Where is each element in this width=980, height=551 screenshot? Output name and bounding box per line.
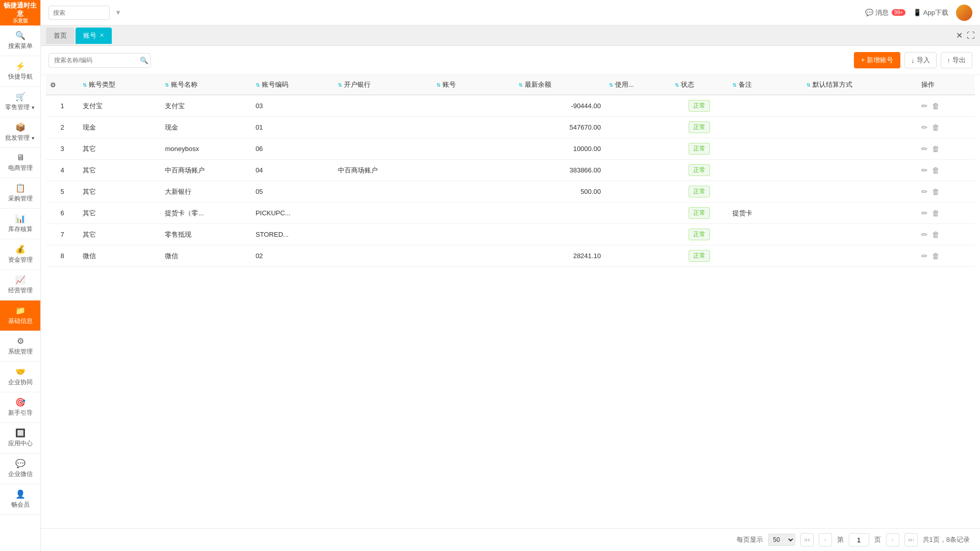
column-header-balance[interactable]: ⇅最新余额 [514,75,605,95]
notification-badge: 99+ [892,9,905,16]
sidebar-item-system[interactable]: ⚙系统管理 [0,331,40,362]
page-size-select[interactable]: 50 100 200 [768,534,795,546]
sort-icon-remark: ⇅ [732,82,737,88]
tab-close-account[interactable]: ✕ [100,32,104,39]
column-header-remark[interactable]: ⇅备注 [728,75,802,95]
row-settlement [802,181,917,203]
edit-icon[interactable]: ✏ [921,102,928,111]
tab-home[interactable]: 首页 [46,28,75,44]
sidebar-item-wholesale[interactable]: 📦批发管理 ▼ [0,117,40,148]
shortcut-icon: ⚡ [3,61,38,71]
row-account [432,95,514,117]
guide-icon: 🎯 [3,397,38,407]
column-header-account[interactable]: ⇅账号 [432,75,514,95]
column-header-name[interactable]: ⇅账号名称 [161,75,251,95]
row-use [605,117,671,138]
import-button[interactable]: ↓ 导入 [904,52,937,68]
edit-icon[interactable]: ✏ [921,166,928,175]
row-type: 现金 [79,117,161,138]
row-balance: 383866.00 [514,160,605,181]
system-icon: ⚙ [3,336,38,346]
sidebar-item-enterprise[interactable]: 🤝企业协同 [0,362,40,392]
sidebar-item-finance[interactable]: 💰资金管理 [0,239,40,270]
search-input[interactable] [49,54,136,67]
enterprise-icon: 🤝 [3,367,38,377]
export-button[interactable]: ↑ 导出 [941,52,973,68]
sidebar-item-guide[interactable]: 🎯新手引导 [0,392,40,423]
first-page-btn[interactable]: ⏮ [800,533,814,546]
sidebar-item-inventory[interactable]: 📊库存核算 [0,209,40,239]
column-header-settlement[interactable]: ⇅默认结算方式 [802,75,917,95]
table-row: 7其它零售抵现STORED...正常 ✏ 🗑 [46,224,975,245]
row-code: 04 [252,160,334,181]
row-num: 1 [46,95,79,117]
column-header-action: 操作 [917,75,975,95]
edit-icon[interactable]: ✏ [921,187,928,196]
table-row: 8微信微信0228241.10正常 ✏ 🗑 [46,245,975,267]
sidebar-item-wechat[interactable]: 💬企业微信 [0,454,40,484]
row-settlement [802,95,917,117]
edit-icon[interactable]: ✏ [921,209,928,218]
tab-bar: 首页账号✕ ✕ ⛶ [41,26,980,46]
row-account [432,245,514,267]
delete-icon[interactable]: 🗑 [932,102,940,110]
page-number-input[interactable] [849,533,869,546]
sidebar: 畅捷通时生意 乐意版 🔍搜索菜单⚡快捷导航🛒零售管理 ▼📦批发管理 ▼🖥电商管理… [0,0,41,551]
row-bank [334,117,432,138]
top-search-chevron[interactable]: ▼ [115,9,121,16]
sidebar-item-search[interactable]: 🔍搜索菜单 [0,26,40,56]
row-num: 6 [46,203,79,224]
app-download-icon: 📱 [913,9,921,16]
column-header-use[interactable]: ⇅使用... [605,75,671,95]
edit-icon[interactable]: ✏ [921,123,928,132]
sidebar-item-member[interactable]: 👤畅会员 [0,484,40,515]
delete-icon[interactable]: 🗑 [932,123,940,132]
pagination: 每页显示 50 100 200 ⏮ ‹ 第 页 › ⏭ 共1页，8条记录 [41,528,980,551]
delete-icon[interactable]: 🗑 [932,144,940,153]
user-avatar[interactable] [956,5,972,21]
delete-icon[interactable]: 🗑 [932,252,940,260]
tab-account[interactable]: 账号✕ [76,28,112,44]
row-account [432,160,514,181]
app-download-btn[interactable]: 📱 App下载 [913,8,948,17]
import-icon: ↓ [911,57,915,64]
row-type: 支付宝 [79,95,161,117]
sidebar-item-ecommerce[interactable]: 🖥电商管理 [0,148,40,178]
search-button[interactable]: 🔍 [136,54,151,67]
wechat-icon: 💬 [3,459,38,468]
sidebar-item-appcenter[interactable]: 🔲应用中心 [0,423,40,454]
edit-icon[interactable]: ✏ [921,144,928,154]
top-search-input[interactable] [48,6,110,20]
sidebar-item-retail[interactable]: 🛒零售管理 ▼ [0,87,40,117]
accounts-table: ⚙⇅账号类型⇅账号名称⇅账号编码⇅开户银行⇅账号⇅最新余额⇅使用...⇅状态⇅备… [46,75,975,267]
sidebar-item-basic[interactable]: 📁基础信息 [0,300,40,331]
edit-icon[interactable]: ✏ [921,252,928,261]
column-header-bank[interactable]: ⇅开户银行 [334,75,432,95]
tab-expand-btn[interactable]: ⛶ [967,31,975,40]
column-header-code[interactable]: ⇅账号编码 [252,75,334,95]
sidebar-item-shortcut[interactable]: ⚡快捷导航 [0,56,40,87]
delete-icon[interactable]: 🗑 [932,230,940,239]
add-account-button[interactable]: + 新增账号 [854,52,900,68]
delete-icon[interactable]: 🗑 [932,166,940,174]
notification-btn[interactable]: 💬 消息 99+ [865,8,905,17]
sidebar-item-operations[interactable]: 📈经营管理 [0,270,40,300]
column-header-status[interactable]: ⇅状态 [671,75,728,95]
last-page-btn[interactable]: ⏭ [904,533,918,546]
action-icons: ✏ 🗑 [921,252,971,261]
tab-close-btn[interactable]: ✕ [956,31,963,40]
sidebar-item-purchase[interactable]: 📋采购管理 [0,178,40,209]
gear-icon[interactable]: ⚙ [50,81,56,89]
next-page-btn[interactable]: › [886,533,899,546]
ecommerce-icon: 🖥 [3,153,38,162]
row-status: 正常 [671,117,728,138]
delete-icon[interactable]: 🗑 [932,209,940,217]
edit-icon[interactable]: ✏ [921,230,928,239]
sort-icon-name: ⇅ [165,82,169,88]
page-size-label: 每页显示 [737,535,763,544]
delete-icon[interactable]: 🗑 [932,187,940,196]
column-header-type[interactable]: ⇅账号类型 [79,75,161,95]
prev-page-btn[interactable]: ‹ [819,533,832,546]
row-action: ✏ 🗑 [917,181,975,203]
row-type: 微信 [79,245,161,267]
